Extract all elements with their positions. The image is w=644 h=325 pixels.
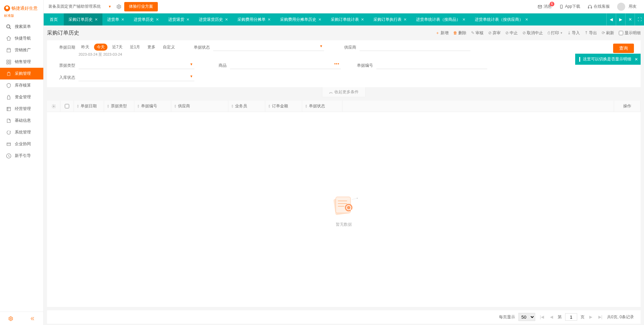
tab[interactable]: 进货单历史✕ <box>129 13 164 25</box>
date-quick-option[interactable]: 自定义 <box>160 44 178 51</box>
page-size-select[interactable]: 50 <box>518 313 535 321</box>
tab[interactable]: 进货单✕ <box>102 13 129 25</box>
table-column-header[interactable]: ▲▼业务员 <box>228 101 265 112</box>
online-service-link[interactable]: 在线客服 <box>588 4 610 9</box>
gear-icon[interactable] <box>116 4 122 9</box>
tip-close-icon[interactable]: ✕ <box>635 57 638 62</box>
tab-close-icon[interactable]: ✕ <box>268 17 271 22</box>
prev-page-button[interactable]: ◀ <box>549 315 554 319</box>
tab-close-icon[interactable]: ✕ <box>361 17 364 22</box>
sidebar-item[interactable]: 企业协同 <box>0 138 43 150</box>
tab[interactable]: 采购订单执行表✕ <box>369 13 411 25</box>
try-industry-button[interactable]: 体验行业方案 <box>124 2 158 11</box>
tab[interactable]: 采购费用分摊单历史✕ <box>275 13 326 25</box>
discard-button[interactable]: ⊘弃审 <box>488 30 501 36</box>
add-button[interactable]: ＋新增 <box>435 30 449 36</box>
sidebar-item[interactable]: 销售管理 <box>0 56 43 68</box>
sidebar-item[interactable]: 采购管理 <box>0 68 43 79</box>
next-page-button[interactable]: ▶ <box>588 315 594 319</box>
print-button[interactable]: ⎙打印▼ <box>548 30 563 36</box>
collapse-sidebar-icon[interactable] <box>30 316 35 321</box>
add-label: 新增 <box>441 30 449 36</box>
collapse-filters-button[interactable]: ︽ 收起更多条件 <box>322 87 366 97</box>
tab[interactable]: 采购费用分摊单✕ <box>233 13 275 25</box>
refresh-button[interactable]: ⟳刷新 <box>602 30 614 36</box>
table-column-header[interactable]: ▲▼票据类型 <box>104 101 134 112</box>
stop-button[interactable]: ⊘中止 <box>505 30 518 36</box>
sidebar-item[interactable]: 库存核算 <box>0 79 43 91</box>
chevron-down-icon[interactable]: ▼ <box>319 44 323 48</box>
sidebar-item[interactable]: 资金管理 <box>0 91 43 103</box>
audit-button[interactable]: ✎审核 <box>471 30 484 36</box>
tab[interactable]: 采购订单历史✕ <box>64 13 102 25</box>
user-menu[interactable]: 用友 <box>617 3 637 11</box>
delete-button[interactable]: 🗑删除 <box>453 30 466 36</box>
tab-fullscreen[interactable]: ⛶ <box>635 13 644 25</box>
table-column-header[interactable]: ▲▼单据状态 <box>302 101 342 112</box>
instock-input[interactable] <box>79 74 194 81</box>
goods-input[interactable] <box>230 62 341 69</box>
tab[interactable]: 进货退货历史✕ <box>194 13 233 25</box>
type-input[interactable] <box>79 62 194 69</box>
billno-input[interactable] <box>376 62 487 69</box>
sidebar-item[interactable]: 搜索菜单 <box>0 21 43 33</box>
sidebar-item[interactable]: 新手引导 <box>0 150 43 162</box>
business-select-value: 装备及固定资产辅助管理系统 <box>48 4 101 9</box>
show-detail-checkbox[interactable] <box>619 31 623 35</box>
settings-icon[interactable] <box>8 316 13 321</box>
table-column-header[interactable]: ▲▼订单金额 <box>265 101 302 112</box>
tab[interactable]: 进货退货✕ <box>164 13 194 25</box>
date-quick-option[interactable]: 近7天 <box>109 44 125 51</box>
chevron-down-icon[interactable]: ▼ <box>190 62 193 66</box>
tab[interactable]: 进货单统计表（按供应商）✕ <box>470 13 533 25</box>
first-page-button[interactable]: |◀ <box>539 315 545 319</box>
date-quick-option[interactable]: 更多 <box>145 44 158 51</box>
tab-close-icon[interactable]: ✕ <box>186 17 189 22</box>
cancel-stop-button[interactable]: ⊘取消中止 <box>522 30 543 36</box>
tab-close-all[interactable]: ✕ <box>625 13 635 25</box>
tab-close-icon[interactable]: ✕ <box>95 17 98 22</box>
tab-scroll-right[interactable]: ▶ <box>616 13 625 25</box>
tab-close-icon[interactable]: ✕ <box>225 17 228 22</box>
table-settings-icon[interactable] <box>47 101 60 112</box>
app-download-label: App下载 <box>565 4 580 9</box>
status-input[interactable] <box>213 44 324 51</box>
import-button[interactable]: ⤓导入 <box>567 30 580 36</box>
tab[interactable]: 首页 <box>44 13 64 25</box>
sidebar-item[interactable]: 系统管理 <box>0 126 43 138</box>
page-number-input[interactable] <box>565 313 577 321</box>
supplier-input[interactable] <box>360 44 470 51</box>
show-detail-toggle[interactable]: 显示明细 <box>619 30 641 36</box>
date-quick-option[interactable]: 近1月 <box>127 44 143 51</box>
date-quick-option[interactable]: 昨天 <box>79 44 92 51</box>
ellipsis-icon[interactable]: ••• <box>334 62 339 66</box>
tab-close-icon[interactable]: ✕ <box>462 17 465 22</box>
tab-close-icon[interactable]: ✕ <box>156 17 159 22</box>
table-column-header[interactable]: ▲▼单据编号 <box>134 101 171 112</box>
export-button[interactable]: ⤒导出 <box>585 30 597 36</box>
query-button[interactable]: 查询 <box>613 44 634 53</box>
chevron-down-icon[interactable]: ▼ <box>190 74 193 78</box>
tab[interactable]: 进货单统计表（按商品）✕ <box>411 13 470 25</box>
tab-close-icon[interactable]: ✕ <box>525 17 528 22</box>
last-page-button[interactable]: ▶| <box>597 315 604 319</box>
tab-close-icon[interactable]: ✕ <box>318 17 321 22</box>
sidebar-item[interactable]: 经营管理 <box>0 103 43 115</box>
sidebar-item[interactable]: 基础信息 <box>0 115 43 126</box>
tab-close-icon[interactable]: ✕ <box>121 17 124 22</box>
goods-label: 商品 <box>208 62 227 68</box>
date-quick-option[interactable]: 今天 <box>94 44 107 51</box>
table-column-header[interactable]: ▲▼单据日期 <box>74 101 104 112</box>
tab-scroll-left[interactable]: ◀ <box>606 13 616 25</box>
table-column-header[interactable]: ▲▼供应商 <box>171 101 228 112</box>
username-label: 用友 <box>629 4 637 9</box>
sidebar-item-label: 营销推广 <box>15 47 31 53</box>
tab[interactable]: 采购订单统计表✕ <box>326 13 369 25</box>
business-select[interactable]: 装备及固定资产辅助管理系统 ▼ <box>46 2 113 11</box>
app-download-link[interactable]: App下载 <box>559 4 580 9</box>
messages-link[interactable]: 消息 6 <box>538 4 552 9</box>
select-all-checkbox[interactable] <box>60 101 74 112</box>
sidebar-item[interactable]: 营销推广 <box>0 44 43 56</box>
sidebar-item[interactable]: 快捷导航 <box>0 33 43 44</box>
tab-close-icon[interactable]: ✕ <box>404 17 407 22</box>
